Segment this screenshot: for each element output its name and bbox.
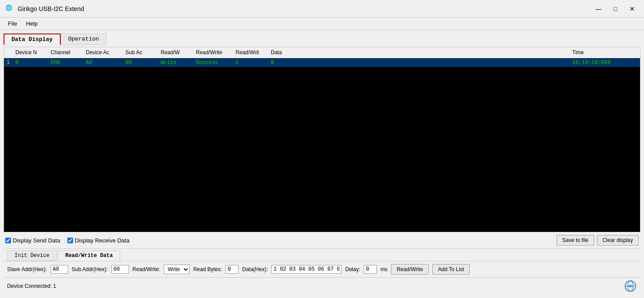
cell-status: Success	[193, 58, 233, 67]
tab-read-write-data[interactable]: Read/Write Data	[58, 250, 120, 261]
cell-num: 1	[4, 58, 13, 67]
header-device-addr: Device Ac	[83, 48, 123, 57]
sub-addr-label: Sub Addr(Hex):	[72, 266, 108, 272]
read-bytes-label: Read Bytes:	[193, 266, 222, 272]
delay-label: Delay:	[345, 266, 360, 272]
menu-help[interactable]: Help	[22, 19, 42, 28]
tab-data-display[interactable]: Data Display	[4, 34, 61, 45]
header-rw1: Read/W	[158, 48, 193, 57]
status-right	[624, 279, 637, 293]
data-display-area: Device N Channel Device Ac Sub Ac Read/W…	[4, 47, 640, 232]
send-data-checkbox-label[interactable]: Display Send Data	[5, 237, 60, 244]
window-title: Ginkgo USB-I2C Extend	[18, 5, 84, 12]
delay-input[interactable]	[364, 265, 377, 274]
send-data-label: Display Send Data	[13, 237, 60, 244]
tab-operation[interactable]: Operation	[61, 34, 107, 45]
receive-data-checkbox[interactable]	[67, 238, 73, 243]
bottom-section: Init Device Read/Write Data Slave Addr(H…	[4, 248, 640, 277]
close-button[interactable]: ✕	[626, 4, 639, 14]
save-to-file-button[interactable]: Save to file	[556, 235, 594, 246]
menu-file[interactable]: File	[4, 19, 22, 28]
add-to-list-button[interactable]: Add To List	[432, 264, 470, 275]
title-bar-controls: — □ ✕	[592, 4, 639, 14]
delay-unit: ms	[380, 266, 387, 272]
tab-init-device[interactable]: Init Device	[7, 250, 57, 261]
data-label: Data(Hex):	[242, 266, 268, 272]
cell-time: 16:19:18:594	[570, 58, 640, 67]
main-content: Data Display Operation Device N Channel …	[0, 30, 644, 298]
table-row[interactable]: 1 0 CH0 A0 00 Write Success 1 8 16:19:18…	[4, 58, 640, 67]
send-data-checkbox[interactable]	[5, 238, 11, 243]
clear-display-button[interactable]: Clear display	[597, 235, 639, 246]
header-sub-addr: Sub Ac	[123, 48, 158, 57]
display-options-left: Display Send Data Display Receive Data	[5, 237, 129, 244]
read-bytes-input[interactable]	[225, 265, 239, 274]
cell-rw-val: 1	[233, 58, 268, 67]
maximize-button[interactable]: □	[609, 4, 622, 14]
cell-channel: CH0	[48, 58, 83, 67]
cell-rw: Write	[158, 58, 193, 67]
header-device-num: Device N	[13, 48, 48, 57]
display-options-right: Save to file Clear display	[556, 235, 639, 246]
rw-label: Read/Write:	[132, 266, 160, 272]
bottom-tabs-row: Init Device Read/Write Data	[4, 249, 640, 261]
read-write-button[interactable]: Read/Write	[391, 264, 429, 275]
display-options-bar: Display Send Data Display Receive Data S…	[4, 232, 640, 248]
slave-addr-input[interactable]	[51, 265, 68, 274]
table-body: 1 0 CH0 A0 00 Write Success 1 8 16:19:18…	[4, 58, 640, 232]
status-bar: Device Connected: 1	[4, 277, 640, 294]
header-channel: Channel	[48, 48, 83, 57]
rw-select[interactable]: Write Read	[164, 264, 190, 274]
logo-icon	[624, 279, 637, 293]
header-rw2: Read/Write	[193, 48, 233, 57]
top-tabs-row: Data Display Operation	[4, 34, 640, 45]
title-bar-left: 🌐 Ginkgo USB-I2C Extend	[5, 4, 84, 13]
header-time: Time	[570, 48, 640, 57]
menu-bar: File Help	[0, 18, 644, 30]
data-input[interactable]	[271, 265, 342, 274]
title-bar: 🌐 Ginkgo USB-I2C Extend — □ ✕	[0, 0, 644, 18]
app-icon: 🌐	[5, 4, 14, 13]
receive-data-checkbox-label[interactable]: Display Receive Data	[67, 237, 129, 244]
slave-addr-label: Slave Addr(Hex):	[7, 266, 47, 272]
table-header: Device N Channel Device Ac Sub Ac Read/W…	[4, 47, 640, 58]
svg-point-3	[629, 285, 632, 287]
header-num	[4, 48, 13, 57]
receive-data-label: Display Receive Data	[75, 237, 129, 244]
sub-addr-input[interactable]	[111, 265, 129, 274]
cell-data: 8	[268, 58, 570, 67]
minimize-button[interactable]: —	[592, 4, 605, 14]
header-data: Data	[268, 48, 570, 57]
cell-device-addr: A0	[83, 58, 123, 67]
cell-device-num: 0	[13, 58, 48, 67]
status-text: Device Connected: 1	[7, 283, 56, 289]
header-rw3: Read/Writ	[233, 48, 268, 57]
bottom-controls: Slave Addr(Hex): Sub Addr(Hex): Read/Wri…	[4, 261, 640, 277]
cell-sub-addr: 00	[123, 58, 158, 67]
